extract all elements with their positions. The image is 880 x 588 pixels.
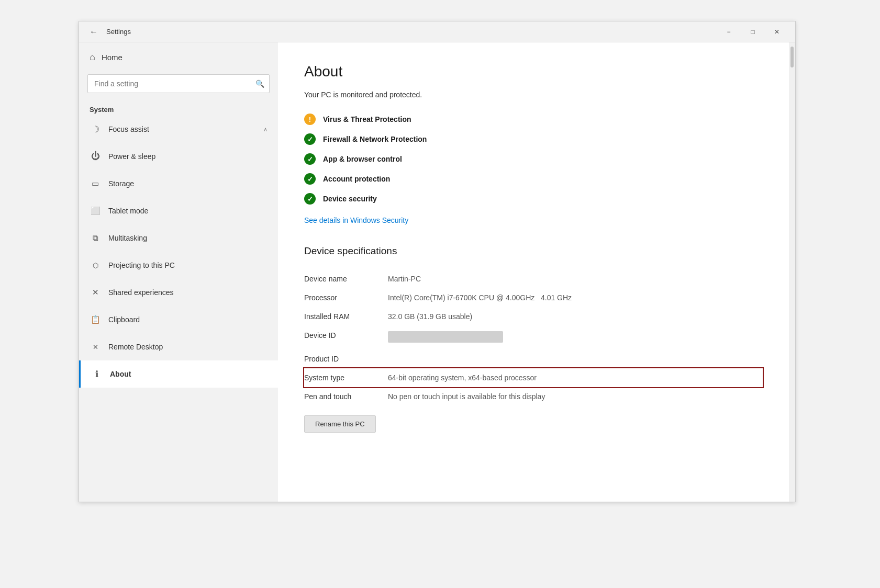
- protection-item-account: ✓ Account protection: [304, 169, 763, 189]
- app-browser-label: App & browser control: [323, 155, 402, 163]
- titlebar: ← Settings − □ ✕: [79, 21, 795, 42]
- home-label: Home: [102, 53, 122, 62]
- sidebar-item-home[interactable]: ⌂ Home: [79, 42, 278, 72]
- spec-value-device-id: [388, 326, 763, 349]
- scrollbar-thumb[interactable]: [790, 47, 794, 67]
- protection-item-app-browser: ✓ App & browser control: [304, 149, 763, 169]
- protection-list: ! Virus & Threat Protection ✓ Firewall &…: [304, 109, 763, 209]
- clipboard-label: Clipboard: [108, 315, 268, 324]
- spec-label-system-type: System type: [304, 368, 388, 387]
- warn-icon: !: [304, 114, 316, 125]
- sidebar-item-shared-experiences[interactable]: ✕ Shared experiences: [79, 279, 278, 306]
- sidebar-item-storage[interactable]: ▭ Storage: [79, 170, 278, 197]
- spec-row-processor: Processor Intel(R) Core(TM) i7-6700K CPU…: [304, 288, 763, 307]
- sidebar-item-remote-desktop[interactable]: ✕ Remote Desktop: [79, 333, 278, 360]
- projecting-icon: ⬡: [90, 262, 101, 269]
- account-protection-label: Account protection: [323, 175, 390, 183]
- spec-value-product-id: [388, 349, 763, 368]
- focus-assist-chevron: ∧: [263, 126, 268, 133]
- spec-label-product-id: Product ID: [304, 349, 388, 368]
- redacted-device-id: [388, 331, 503, 343]
- spec-row-ram: Installed RAM 32.0 GB (31.9 GB usable): [304, 307, 763, 326]
- system-section-label: System: [79, 101, 278, 116]
- sidebar-item-clipboard[interactable]: 📋 Clipboard: [79, 306, 278, 333]
- search-box: 🔍: [87, 74, 270, 93]
- focus-assist-label: Focus assist: [108, 125, 256, 133]
- page-title: About: [304, 63, 763, 80]
- multitasking-label: Multitasking: [108, 234, 268, 242]
- sidebar-item-power-sleep[interactable]: ⏻ Power & sleep: [79, 143, 278, 170]
- minimize-button[interactable]: −: [717, 24, 741, 40]
- tablet-mode-icon: ⬜: [90, 206, 101, 216]
- scrollbar-track[interactable]: [789, 42, 795, 502]
- spec-value-system-type: 64-bit operating system, x64-based proce…: [388, 368, 763, 387]
- window-controls: − □ ✕: [717, 24, 789, 40]
- firewall-label: Firewall & Network Protection: [323, 135, 427, 143]
- storage-icon: ▭: [90, 179, 101, 188]
- spec-value-processor: Intel(R) Core(TM) i7-6700K CPU @ 4.00GHz…: [388, 288, 763, 307]
- spec-row-device-id: Device ID: [304, 326, 763, 349]
- specs-table: Device name Martin-PC Processor Intel(R)…: [304, 269, 763, 406]
- sidebar-item-focus-assist[interactable]: ☽ Focus assist ∧: [79, 116, 278, 143]
- main-content: About Your PC is monitored and protected…: [278, 42, 789, 502]
- device-specs-heading: Device specifications: [304, 245, 763, 257]
- about-label: About: [110, 370, 268, 378]
- protection-item-device-security: ✓ Device security: [304, 189, 763, 209]
- rename-button[interactable]: Rename this PC: [304, 415, 376, 433]
- spec-row-product-id: Product ID: [304, 349, 763, 368]
- back-button[interactable]: ←: [85, 24, 102, 40]
- sidebar-item-tablet-mode[interactable]: ⬜ Tablet mode: [79, 197, 278, 224]
- ok-icon-firewall: ✓: [304, 133, 316, 145]
- window-title: Settings: [106, 28, 717, 36]
- content-area: ⌂ Home 🔍 System ☽ Focus assist ∧ ⏻ Power…: [79, 42, 795, 502]
- maximize-button[interactable]: □: [741, 24, 765, 40]
- spec-value-ram: 32.0 GB (31.9 GB usable): [388, 307, 763, 326]
- projecting-label: Projecting to this PC: [108, 261, 268, 269]
- subtitle: Your PC is monitored and protected.: [304, 91, 763, 99]
- shared-experiences-label: Shared experiences: [108, 288, 268, 297]
- remote-desktop-label: Remote Desktop: [108, 343, 268, 351]
- about-icon: ℹ: [91, 369, 103, 380]
- search-input[interactable]: [87, 74, 270, 93]
- spec-label-pen-touch: Pen and touch: [304, 387, 388, 406]
- spec-label-device-id: Device ID: [304, 326, 388, 349]
- spec-label-device-name: Device name: [304, 269, 388, 288]
- spec-row-system-type: System type 64-bit operating system, x64…: [304, 368, 763, 387]
- spec-value-pen-touch: No pen or touch input is available for t…: [388, 387, 763, 406]
- spec-row-pen-touch: Pen and touch No pen or touch input is a…: [304, 387, 763, 406]
- ok-icon-device: ✓: [304, 193, 316, 205]
- spec-label-processor: Processor: [304, 288, 388, 307]
- remote-desktop-icon: ✕: [90, 343, 101, 351]
- clipboard-icon: 📋: [90, 315, 101, 324]
- storage-label: Storage: [108, 179, 268, 188]
- virus-label: Virus & Threat Protection: [323, 115, 411, 123]
- ok-icon-account: ✓: [304, 173, 316, 185]
- device-security-label: Device security: [323, 195, 377, 203]
- protection-item-firewall: ✓ Firewall & Network Protection: [304, 129, 763, 149]
- tablet-mode-label: Tablet mode: [108, 207, 268, 215]
- power-sleep-icon: ⏻: [90, 151, 101, 162]
- home-icon: ⌂: [90, 52, 95, 63]
- sidebar-item-projecting[interactable]: ⬡ Projecting to this PC: [79, 252, 278, 279]
- spec-label-ram: Installed RAM: [304, 307, 388, 326]
- power-sleep-label: Power & sleep: [108, 152, 268, 161]
- security-link[interactable]: See details in Windows Security: [304, 216, 408, 224]
- protection-item-virus: ! Virus & Threat Protection: [304, 109, 763, 129]
- spec-row-device-name: Device name Martin-PC: [304, 269, 763, 288]
- close-button[interactable]: ✕: [765, 24, 789, 40]
- shared-experiences-icon: ✕: [90, 288, 101, 297]
- ok-icon-app: ✓: [304, 153, 316, 165]
- sidebar-item-multitasking[interactable]: ⧉ Multitasking: [79, 224, 278, 252]
- sidebar: ⌂ Home 🔍 System ☽ Focus assist ∧ ⏻ Power…: [79, 42, 278, 502]
- spec-value-device-name: Martin-PC: [388, 269, 763, 288]
- multitasking-icon: ⧉: [90, 233, 101, 243]
- focus-assist-icon: ☽: [90, 124, 101, 135]
- sidebar-item-about[interactable]: ℹ About: [79, 360, 278, 388]
